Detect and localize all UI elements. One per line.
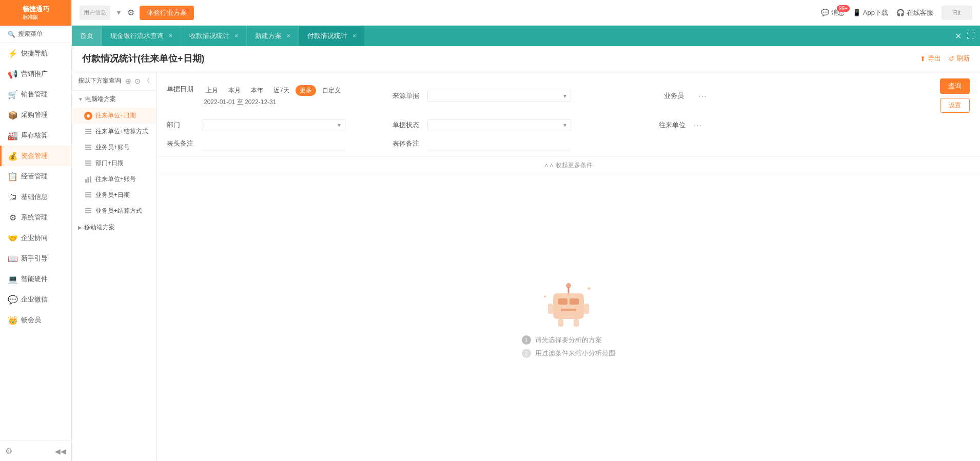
content-area: 按以下方案查询 ⊕ ⊙ 《 ▼ 电脑端方案: [72, 71, 980, 461]
sidebar-collapse-icon[interactable]: ◀◀: [55, 447, 66, 455]
scheme-item-staff-account[interactable]: 业务员+账号: [72, 139, 156, 155]
user-avatar-right[interactable]: Rit: [942, 6, 972, 20]
logo-version: 标准版: [23, 14, 49, 21]
page-header-actions: ⬆ 导出 ↺ 刷新: [920, 54, 970, 63]
add-scheme-icon[interactable]: ⊕: [125, 77, 131, 85]
close-window-icon[interactable]: ✕: [955, 31, 962, 41]
scheme-panel-label: 按以下方案查询: [78, 76, 121, 85]
scheme-item-label: 业务员+日期: [95, 191, 130, 199]
sidebar-item-wechat[interactable]: 💬 企业微信: [0, 289, 71, 310]
svg-rect-1: [85, 129, 91, 130]
dept-select[interactable]: ▾: [202, 119, 345, 131]
sidebar-item-label: 资金管理: [21, 151, 48, 161]
dropdown-arrow-icon[interactable]: ▼: [115, 9, 122, 16]
sidebar-item-quick-nav[interactable]: ⚡ 快捷导航: [0, 43, 71, 64]
scheme-item-unit-account[interactable]: 往来单位+账号: [72, 171, 156, 187]
search-label: 搜索菜单: [18, 30, 43, 38]
empty-tip-1: 1 请先选择要分析的方案: [522, 335, 615, 345]
tabbar: 首页 现金银行流水查询 × 收款情况统计 × 新建方案 × 付款情况统计 × ✕…: [72, 26, 980, 46]
body-note-input[interactable]: [427, 137, 571, 149]
group-expand-icon: ▼: [78, 96, 83, 102]
scheme-item-unit-settle[interactable]: 往来单位+结算方式: [72, 124, 156, 139]
query-btn[interactable]: 查询: [940, 78, 970, 94]
sidebar-item-finance[interactable]: 💰 资金管理: [0, 146, 71, 166]
filter-rows: 单据日期 上月 本月 本年 近7天 更多 自定义 20: [156, 71, 980, 157]
sidebar-item-label: 经营管理: [21, 172, 48, 181]
source-select[interactable]: ▾: [427, 90, 571, 102]
voucher-status-select[interactable]: ▾: [427, 119, 571, 131]
date-btn-this-month[interactable]: 本月: [224, 85, 245, 96]
sidebar-item-purchase[interactable]: 📦 采购管理: [0, 105, 71, 125]
scheme-item-staff-settle[interactable]: 业务员+结算方式: [72, 203, 156, 219]
collapse-arrow-icon: ∧∧: [544, 162, 554, 169]
collapse-panel-icon[interactable]: 《: [144, 76, 150, 85]
sidebar-nav: ⚡ 快捷导航 📢 营销推广 🛒 销售管理 📦 采购管理 🏭 库存核算 💰 资金管…: [0, 43, 71, 440]
settings-btn[interactable]: 设置: [940, 98, 970, 113]
tab-receipt-stats-close[interactable]: ×: [234, 32, 238, 39]
svg-text:✦: ✦: [543, 294, 547, 299]
date-btn-custom[interactable]: 自定义: [318, 85, 345, 96]
svg-rect-3: [85, 133, 91, 134]
sidebar-item-label: 企业微信: [21, 295, 48, 304]
sidebar-item-member[interactable]: 👑 畅会员: [0, 310, 71, 330]
tab-cash-flow-close[interactable]: ×: [169, 32, 172, 39]
sidebar-item-inventory[interactable]: 🏭 库存核算: [0, 125, 71, 146]
message-btn[interactable]: 💬 消息 99+: [821, 8, 845, 17]
tab-payment-stats[interactable]: 付款情况统计 ×: [299, 26, 365, 46]
guide-icon: 📖: [8, 253, 18, 264]
maximize-window-icon[interactable]: ⛶: [967, 31, 975, 41]
date-btn-last-month[interactable]: 上月: [202, 85, 222, 96]
quick-nav-icon: ⚡: [8, 48, 18, 58]
sidebar-item-guide[interactable]: 📖 新手引导: [0, 248, 71, 269]
sidebar-item-hardware[interactable]: 💻 智能硬件: [0, 269, 71, 289]
refresh-label: 刷新: [956, 54, 970, 63]
scheme-settings-icon[interactable]: ⊙: [134, 77, 141, 85]
tab-cash-flow[interactable]: 现金银行流水查询 ×: [102, 26, 181, 46]
tab-new-scheme-close[interactable]: ×: [287, 32, 290, 39]
scheme-item-unit-date[interactable]: 往来单位+日期: [72, 108, 156, 124]
online-service-btn[interactable]: 🎧 在线客服: [896, 8, 933, 17]
voucher-status-dropdown-icon: ▾: [563, 122, 566, 129]
sidebar-item-label: 企业协同: [21, 233, 48, 243]
sidebar-item-sales[interactable]: 🛒 销售管理: [0, 84, 71, 105]
refresh-btn[interactable]: ↺ 刷新: [949, 54, 970, 63]
scheme-group-mobile-header[interactable]: ▶ 移动端方案: [72, 219, 156, 236]
tab-receipt-stats[interactable]: 收款情况统计 ×: [181, 26, 247, 46]
app-download-btn[interactable]: 📱 App下载: [853, 8, 888, 17]
sidebar-item-enterprise[interactable]: 🤝 企业协同: [0, 228, 71, 248]
sidebar-item-operations[interactable]: 📋 经营管理: [0, 166, 71, 187]
message-icon: 💬: [821, 9, 829, 16]
chart-icon: [84, 175, 92, 184]
tab-payment-stats-close[interactable]: ×: [352, 32, 356, 39]
sidebar-item-system[interactable]: ⚙ 系统管理: [0, 207, 71, 228]
tab-home[interactable]: 首页: [72, 26, 102, 46]
mobile-group-arrow-icon: ▶: [78, 225, 82, 230]
scheme-item-dept-date[interactable]: 部门+日期: [72, 155, 156, 171]
sidebar-item-label: 销售管理: [21, 90, 48, 99]
search-menu[interactable]: 🔍 搜索菜单: [0, 26, 71, 43]
operations-icon: 📋: [8, 171, 18, 182]
settings-gear-icon[interactable]: ⚙: [5, 446, 12, 456]
sidebar-item-marketing[interactable]: 📢 营销推广: [0, 64, 71, 84]
settings-icon[interactable]: ⚙: [127, 8, 134, 17]
date-btn-this-year[interactable]: 本年: [247, 85, 267, 96]
svg-rect-11: [88, 177, 89, 183]
header-note-input[interactable]: [202, 137, 345, 149]
sidebar-item-basic[interactable]: 🗂 基础信息: [0, 187, 71, 207]
tab-home-label: 首页: [80, 31, 93, 41]
scheme-panel-actions: ⊕ ⊙ 《: [125, 76, 150, 85]
unit-select-dots[interactable]: ···: [694, 121, 703, 129]
tab-new-scheme[interactable]: 新建方案 ×: [247, 26, 299, 46]
export-btn[interactable]: ⬆ 导出: [920, 54, 941, 63]
date-btn-7days[interactable]: 近7天: [269, 85, 293, 96]
svg-text:✦: ✦: [586, 285, 592, 292]
tip-2-text: 用过滤条件来缩小分析范围: [535, 349, 615, 358]
scheme-group-desktop-header[interactable]: ▼ 电脑端方案: [72, 91, 156, 108]
scheme-item-staff-date[interactable]: 业务员+日期: [72, 187, 156, 203]
collapse-bar[interactable]: ∧∧ 收起更多条件: [156, 157, 980, 174]
date-btn-more[interactable]: 更多: [296, 85, 316, 96]
tab-payment-stats-label: 付款情况统计: [307, 31, 347, 41]
staff-select-dots[interactable]: ···: [699, 92, 708, 100]
svg-rect-7: [85, 161, 91, 162]
trial-btn[interactable]: 体验行业方案: [140, 6, 194, 20]
